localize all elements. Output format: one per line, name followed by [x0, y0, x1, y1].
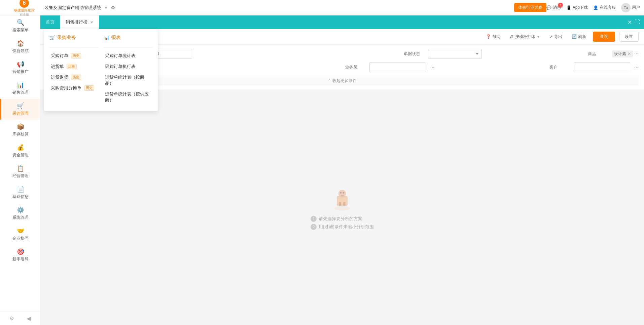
customer-input[interactable]	[574, 62, 630, 72]
help-icon: ❓	[486, 34, 491, 39]
hint-text-2: 用[过滤]条件来缩小分析范围	[319, 224, 373, 230]
sidebar-item-inventory[interactable]: 📦 库存核算	[0, 120, 40, 140]
salesperson-more-btn[interactable]: ···	[430, 64, 434, 70]
doc-status-select-wrapper	[428, 49, 482, 59]
search-icon: 🔍	[17, 19, 24, 26]
user-area[interactable]: Ea 用户	[621, 3, 640, 12]
tab-home[interactable]: 首页	[40, 15, 60, 29]
user-avatar: Ea	[621, 3, 631, 12]
inventory-icon: 📦	[17, 123, 24, 130]
guide-icon: 🎯	[17, 248, 24, 255]
svg-point-5	[343, 192, 345, 194]
purchase-icon: 🛒	[17, 102, 24, 110]
help-label: 帮助	[492, 34, 500, 40]
app-download-label: App下载	[573, 5, 588, 10]
goods-tag-close[interactable]: ✕	[628, 51, 631, 56]
help-btn[interactable]: ❓ 帮助	[483, 33, 503, 41]
sidebar-item-purchase[interactable]: 🛒 采购管理	[0, 99, 40, 120]
sidebar-item-system[interactable]: ⚙️ 系统管理	[0, 203, 40, 224]
svg-point-3	[338, 190, 346, 197]
empty-illustration	[329, 186, 356, 212]
doc-status-label: 单据状态	[404, 51, 424, 57]
sidebar-item-search[interactable]: 🔍 搜索菜单	[0, 15, 40, 36]
menu-label-receipt-by-supplier: 进货单统计表（按供应商）	[105, 91, 151, 103]
app-download-btn[interactable]: 📱 App下载	[566, 5, 588, 10]
empty-hint-2: 2 用[过滤]条件来缩小分析范围	[311, 224, 373, 230]
message-btn[interactable]: 💬 消息 5	[546, 5, 561, 10]
dropdown-menu: 🛒 采购业务 采购订单 历史 进货单 历史 进货退货 历史 采购费用分摊单 历史…	[44, 29, 158, 111]
home-icon: 🏠	[17, 40, 24, 47]
refresh-btn[interactable]: 🔄 刷新	[569, 33, 589, 41]
settings-button[interactable]: 设置	[619, 32, 639, 42]
tab-sales-ranking[interactable]: 销售排行榜 ✕	[60, 15, 99, 29]
dropdown-report-col: 📊 报表 采购订单统计表 采购订单执行表 进货单统计表（按商品） 进货单统计表（…	[104, 35, 152, 106]
sidebar-collapse-btn[interactable]: ◀	[27, 315, 31, 322]
hint-text-1: 请先选择要分析的方案	[319, 216, 362, 222]
logo-area: 6 畅捷通好生意 标准版	[4, 0, 44, 17]
refresh-icon: 🔄	[572, 34, 577, 39]
sidebar-bottom: ⚙ ◀	[0, 312, 40, 325]
dropdown-report-title: 📊 报表	[104, 35, 152, 43]
tab-bar: 首页 销售排行榜 ✕ ✕ ⛶	[40, 15, 644, 29]
menu-item-receipt-by-goods[interactable]: 进货单统计表（按商品）	[104, 72, 152, 89]
sidebar-label-finance: 资金管理	[12, 152, 29, 158]
menu-item-purchase-expense[interactable]: 采购费用分摊单 历史	[49, 83, 98, 93]
goods-label: 商品	[588, 51, 608, 57]
salesperson-input[interactable]	[369, 62, 426, 72]
sidebar-item-cooperation[interactable]: 🤝 企业协同	[0, 224, 40, 245]
report-col-title-text: 报表	[111, 35, 121, 41]
tab-close-btn[interactable]: ✕	[90, 20, 93, 25]
system-icon: ⚙️	[17, 206, 24, 214]
history-badge-2: 历史	[67, 64, 77, 69]
menu-item-purchase-order[interactable]: 采购订单 历史	[49, 50, 98, 61]
svg-rect-6	[339, 202, 341, 205]
tab-home-label: 首页	[46, 19, 55, 25]
doc-status-select[interactable]	[428, 49, 482, 59]
logo-icon: 6	[20, 0, 29, 8]
sidebar-label-purchase: 采购管理	[12, 111, 29, 116]
tab-bar-actions: ✕ ⛶	[628, 19, 644, 26]
tab-maximize-btn[interactable]: ⛶	[635, 19, 640, 25]
purchase-menu-icon: 🛒	[49, 35, 55, 40]
online-service-btn[interactable]: 👤 在线客服	[593, 5, 616, 10]
menu-item-po-exec[interactable]: 采购订单执行表	[104, 61, 152, 72]
sidebar-item-basic-info[interactable]: 📄 基础信息	[0, 182, 40, 203]
sidebar-item-finance[interactable]: 💰 资金管理	[0, 140, 40, 161]
export-btn[interactable]: ↗ 导出	[547, 33, 565, 41]
tab-close-window-btn[interactable]: ✕	[628, 19, 632, 26]
customer-more-btn[interactable]: ···	[634, 64, 639, 70]
empty-hint-1: 1 请先选择要分析的方案	[311, 216, 373, 222]
print-dropdown-icon[interactable]: ▼	[537, 35, 540, 39]
menu-item-goods-receipt[interactable]: 进货单 历史	[49, 61, 98, 72]
basic-info-icon: 📄	[17, 186, 24, 193]
sidebar-label-quick-nav: 快捷导航	[12, 48, 29, 54]
menu-item-po-stats[interactable]: 采购订单统计表	[104, 50, 152, 61]
tab-sales-ranking-label: 销售排行榜	[66, 19, 87, 25]
sidebar-settings-btn[interactable]: ⚙	[9, 315, 14, 322]
sidebar-label-operations: 经营管理	[12, 173, 29, 179]
dropdown-purchase-title: 🛒 采购业务	[49, 35, 98, 43]
sidebar-item-marketing[interactable]: 📢 营销推广	[0, 57, 40, 78]
settings-icon[interactable]: ⚙	[111, 5, 115, 11]
sidebar-label-inventory: 库存核算	[12, 131, 29, 137]
sidebar-item-guide[interactable]: 🎯 新手引导	[0, 245, 40, 266]
sidebar-item-quick-nav[interactable]: 🏠 快捷导航	[0, 36, 40, 57]
goods-tag-label: 设计素	[614, 51, 626, 57]
sidebar-item-sales[interactable]: 📊 销售管理	[0, 78, 40, 99]
print-label: 按模板打印	[515, 34, 535, 40]
sidebar-item-operations[interactable]: 📋 经营管理	[0, 161, 40, 182]
menu-label-po-exec: 采购订单执行表	[105, 64, 136, 70]
print-btn[interactable]: 🖨 按模板打印 ▼	[507, 33, 543, 41]
query-button[interactable]: 查询	[593, 32, 615, 42]
collapse-label: 收起更多条件	[332, 78, 357, 84]
industry-btn[interactable]: 体验行业方案	[514, 3, 546, 12]
menu-item-receipt-by-supplier[interactable]: 进货单统计表（按供应商）	[104, 89, 152, 106]
hint-num-1: 1	[311, 216, 317, 222]
svg-rect-7	[343, 202, 345, 205]
goods-more-btn[interactable]: ···	[634, 51, 639, 57]
menu-item-goods-return[interactable]: 进货退货 历史	[49, 72, 98, 83]
brand-name: 畅捷通好生意	[14, 8, 34, 13]
dropdown-arrow-icon[interactable]: ▼	[104, 5, 108, 10]
header-right: 💬 消息 5 📱 App下载 👤 在线客服 Ea 用户	[546, 3, 640, 12]
export-label: 导出	[554, 34, 562, 40]
